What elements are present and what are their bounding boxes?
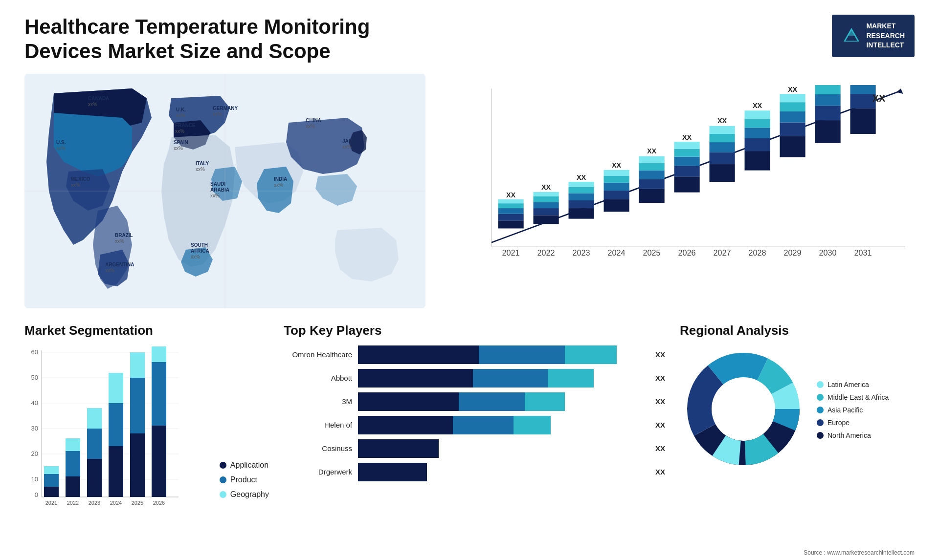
- segmentation-chart-svg: 60 50 40 30 20 10 0: [24, 345, 181, 512]
- svg-text:2021: 2021: [45, 500, 57, 506]
- svg-rect-35: [604, 170, 629, 176]
- svg-marker-9: [896, 88, 903, 94]
- svg-rect-47: [674, 157, 700, 166]
- player-name-abbott: Abbott: [284, 374, 352, 382]
- player-row-omron: Omron Healthcare XX: [284, 345, 665, 364]
- legend-label-product: Product: [230, 475, 257, 484]
- player-bar-drgerwerk: [358, 463, 646, 481]
- logo-box: MARKET RESEARCH INTELLECT: [832, 15, 915, 57]
- svg-rect-17: [534, 215, 559, 224]
- svg-rect-103: [66, 476, 80, 497]
- svg-text:XX: XX: [872, 93, 886, 104]
- svg-text:40: 40: [31, 399, 38, 407]
- bar-seg-light: [565, 345, 617, 364]
- svg-rect-78: [850, 108, 876, 134]
- dot-asia-pacific: [817, 407, 824, 413]
- player-row-drgerwerk: Drgerwerk XX: [284, 463, 665, 481]
- player-bar-cosinuss: [358, 439, 646, 458]
- bar-seg-dark: [358, 392, 459, 411]
- svg-rect-40: [639, 170, 665, 179]
- svg-rect-61: [745, 128, 770, 138]
- svg-text:2024: 2024: [608, 248, 626, 257]
- label-north-america: North America: [827, 431, 871, 439]
- svg-text:2022: 2022: [67, 500, 79, 506]
- svg-rect-18: [534, 208, 559, 215]
- svg-text:2025: 2025: [132, 500, 143, 506]
- regional-title: Regional Analysis: [680, 323, 915, 338]
- bar-seg-mid: [459, 392, 525, 411]
- svg-rect-107: [87, 459, 102, 497]
- svg-text:10: 10: [31, 475, 38, 483]
- svg-rect-52: [710, 164, 735, 182]
- legend-latin-america: Latin America: [817, 381, 889, 388]
- player-bar-abbott: [358, 369, 646, 388]
- legend-mea: Middle East & Africa: [817, 393, 889, 401]
- svg-rect-28: [569, 182, 594, 187]
- bar-seg-mid: [453, 416, 513, 434]
- svg-rect-49: [674, 142, 700, 149]
- donut-chart-svg: [680, 345, 807, 473]
- svg-rect-62: [745, 119, 770, 128]
- svg-rect-121: [152, 346, 166, 362]
- svg-text:2026: 2026: [153, 500, 165, 506]
- svg-rect-108: [87, 429, 102, 459]
- bar-chart-svg: 2021 XX 2022 XX 2023 XX: [470, 84, 910, 274]
- bar-seg-light: [525, 392, 565, 411]
- svg-rect-76: [815, 85, 841, 94]
- legend-dot-product: [220, 476, 226, 483]
- bar-seg-dark: [358, 369, 473, 388]
- legend-dot-geography: [220, 491, 226, 498]
- svg-rect-54: [710, 142, 735, 152]
- svg-rect-26: [569, 193, 594, 200]
- player-row-cosinuss: Cosinuss XX: [284, 439, 665, 458]
- svg-text:20: 20: [31, 450, 38, 457]
- svg-text:2031: 2031: [854, 248, 872, 257]
- dot-europe: [817, 419, 824, 426]
- segmentation-section: Market Segmentation 60 50 40 30 20 10 0: [24, 323, 269, 533]
- svg-rect-101: [44, 466, 59, 474]
- svg-text:2021: 2021: [502, 248, 520, 257]
- players-bars: Omron Healthcare XX Abbott: [284, 345, 665, 481]
- svg-text:2024: 2024: [110, 500, 122, 506]
- legend-application: Application: [220, 461, 269, 470]
- legend-geography: Geography: [220, 490, 269, 499]
- player-val-omron: XX: [655, 350, 665, 359]
- svg-text:XX: XX: [753, 102, 762, 109]
- svg-text:XX: XX: [682, 133, 692, 141]
- label-europe: Europe: [827, 419, 850, 427]
- svg-rect-75: [815, 94, 841, 106]
- svg-rect-68: [780, 111, 805, 123]
- svg-rect-21: [534, 192, 559, 196]
- logo-line3: INTELLECT: [866, 41, 905, 50]
- bar-seg-dark: [358, 463, 427, 481]
- bottom-row: Market Segmentation 60 50 40 30 20 10 0: [24, 323, 915, 533]
- svg-text:XX: XX: [612, 161, 622, 169]
- player-name-drgerwerk: Drgerwerk: [284, 468, 352, 476]
- svg-text:2026: 2026: [678, 248, 696, 257]
- svg-rect-39: [639, 179, 665, 189]
- svg-rect-11: [498, 214, 524, 221]
- svg-rect-116: [130, 378, 145, 433]
- svg-rect-115: [130, 433, 145, 497]
- players-section: Top Key Players Omron Healthcare XX Abbo…: [284, 323, 665, 533]
- label-mea: Middle East & Africa: [827, 393, 889, 401]
- bar-seg-mid: [473, 369, 548, 388]
- svg-rect-41: [639, 163, 665, 170]
- segmentation-title: Market Segmentation: [24, 323, 269, 338]
- player-row-abbott: Abbott XX: [284, 369, 665, 388]
- logo-line1: MARKET: [866, 22, 905, 31]
- svg-text:XX: XX: [788, 85, 798, 93]
- svg-text:2022: 2022: [537, 248, 555, 257]
- player-val-cosinuss: XX: [655, 444, 665, 452]
- svg-rect-117: [130, 352, 145, 378]
- seg-legend: Application Product Geography: [220, 461, 269, 514]
- svg-rect-109: [87, 408, 102, 429]
- svg-rect-59: [745, 151, 770, 171]
- svg-rect-100: [44, 474, 59, 487]
- player-name-3m: 3M: [284, 397, 352, 406]
- svg-rect-67: [780, 122, 805, 136]
- player-bar-omron: [358, 345, 646, 364]
- svg-rect-32: [604, 191, 629, 199]
- page-container: Healthcare Temperature Monitoring Device…: [0, 0, 939, 560]
- seg-chart-area: 60 50 40 30 20 10 0: [24, 345, 269, 514]
